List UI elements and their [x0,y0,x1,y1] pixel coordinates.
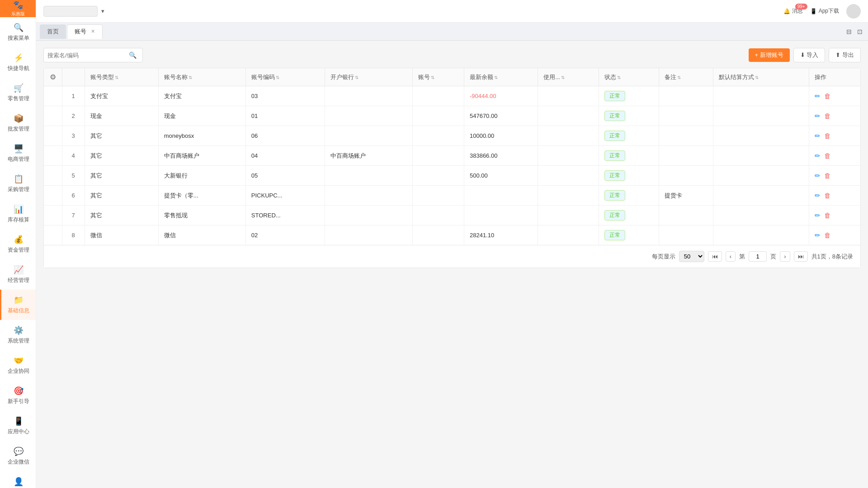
row-usage [538,166,599,186]
row-default-settle [713,225,809,245]
sidebar-item-inventory[interactable]: 📊库存核算 [0,199,36,229]
delete-button[interactable]: 🗑 [824,211,831,219]
row-settings [44,166,62,186]
sidebar-label-quick-nav: 快捷导航 [8,65,29,72]
sidebar-item-sys-mgmt[interactable]: ⚙️系统管理 [0,320,36,350]
edit-button[interactable]: ✏ [815,112,821,120]
sort-usage-icon[interactable]: ⇅ [561,75,565,80]
sort-code-icon[interactable]: ⇅ [276,75,279,80]
sidebar-item-ecommerce-mgmt[interactable]: 🖥️电商管理 [0,138,36,169]
delete-button[interactable]: 🗑 [824,112,831,120]
row-balance: 383866.00 [464,146,538,166]
page-input[interactable] [749,251,767,262]
edit-button[interactable]: ✏ [815,231,821,239]
sort-remark-icon[interactable]: ⇅ [677,75,681,80]
row-code: 01 [245,106,325,126]
row-status: 正常 [599,146,659,166]
row-balance: 28241.10 [464,225,538,245]
edit-button[interactable]: ✏ [815,152,821,160]
sort-settle-icon[interactable]: ⇅ [755,75,759,80]
edit-button[interactable]: ✏ [815,192,821,200]
column-settings-icon[interactable]: ⚙ [50,73,56,81]
delete-button[interactable]: 🗑 [824,132,831,140]
prev-page-button[interactable]: ‹ [726,251,736,262]
delete-button[interactable]: 🗑 [824,231,831,239]
sidebar-label-sys-mgmt: 系统管理 [8,337,29,345]
delete-button[interactable]: 🗑 [824,152,831,160]
delete-button[interactable]: 🗑 [824,192,831,199]
th-code: 账号编码⇅ [245,68,325,86]
sidebar-item-app-center[interactable]: 📱应用中心 [0,411,36,441]
row-account-no [412,225,464,245]
edit-button[interactable]: ✏ [815,92,821,100]
row-default-settle [713,106,809,126]
row-num: 8 [62,225,85,245]
sidebar-item-new-guide[interactable]: 🎯新手引导 [0,380,36,411]
th-num [62,68,85,86]
sort-accountno-icon[interactable]: ⇅ [431,75,434,80]
sidebar-icon-corp-wechat: 💬 [14,446,24,456]
add-account-button[interactable]: + 新增账号 [749,48,790,62]
tab-minimize-button[interactable]: ⊟ [844,26,854,37]
next-page-button[interactable]: › [780,251,790,262]
page-size-select[interactable]: 50 20 100 [679,251,704,262]
delete-button[interactable]: 🗑 [824,92,831,100]
tab-account[interactable]: 账号✕ [67,24,103,39]
app-download-button[interactable]: 📱 App下载 [810,7,839,15]
sidebar-item-ops-mgmt[interactable]: 📈经营管理 [0,259,36,290]
row-status: 正常 [599,126,659,146]
sidebar-item-retail-mgmt[interactable]: 🛒零售管理 [0,78,36,108]
row-num: 6 [62,186,85,206]
sidebar-label-basic-info: 基础信息 [8,307,29,314]
status-badge: 正常 [604,170,625,181]
tab-maximize-button[interactable]: ⊡ [855,26,864,37]
top-search-input[interactable] [43,6,98,17]
row-type: 其它 [85,126,158,146]
export-button[interactable]: ⬆ 导出 [829,48,861,62]
avatar[interactable] [846,4,861,19]
status-badge: 正常 [604,190,625,201]
sort-balance-icon[interactable]: ⇅ [494,75,498,80]
row-code: 06 [245,126,325,146]
sort-type-icon[interactable]: ⇅ [115,75,118,80]
row-account-no [412,106,464,126]
tab-close-account[interactable]: ✕ [91,28,95,34]
row-account-no [412,146,464,166]
message-button[interactable]: 🔔 消息 99+ [783,7,803,15]
edit-button[interactable]: ✏ [815,132,821,140]
sidebar-nav: 🔍搜索菜单⚡快捷导航🛒零售管理📦批发管理🖥️电商管理📋采购管理📊库存核算💰资金管… [0,17,36,488]
delete-button[interactable]: 🗑 [824,172,831,179]
pagination: 每页显示 50 20 100 ⏮ ‹ 第 页 › ⏭ 共1页，8条记录 [44,245,860,267]
th-usage: 使用...⇅ [538,68,599,86]
dropdown-icon[interactable]: ▾ [101,8,104,14]
import-button[interactable]: ⬇ 导入 [793,48,826,62]
tab-home[interactable]: 首页 [40,24,66,39]
status-badge: 正常 [604,131,625,141]
last-page-button[interactable]: ⏭ [794,251,808,262]
first-page-button[interactable]: ⏮ [708,251,722,262]
sidebar-item-company-agree[interactable]: 🤝企业协同 [0,350,36,380]
row-settings [44,106,62,126]
sidebar-item-quick-nav[interactable]: ⚡快捷导航 [0,47,36,78]
sidebar-item-search-menu[interactable]: 🔍搜索菜单 [0,17,36,47]
action-btns: ✏ 🗑 [815,92,855,100]
row-remark [659,146,713,166]
edit-button[interactable]: ✏ [815,211,821,220]
logo-icon: 🐾 [13,0,23,10]
sidebar-item-finance-mgmt[interactable]: 💰资金管理 [0,229,36,259]
per-page-label: 每页显示 [652,253,675,261]
sort-bank-icon[interactable]: ⇅ [355,75,359,80]
row-bank [325,225,412,245]
sidebar-item-wholesale-mgmt[interactable]: 📦批发管理 [0,108,36,138]
search-icon[interactable]: 🔍 [129,52,137,59]
sidebar-item-corp-wechat[interactable]: 💬企业微信 [0,441,36,471]
search-input[interactable] [47,52,129,59]
sort-name-icon[interactable]: ⇅ [189,75,192,80]
sidebar-item-member[interactable]: 👤畅会员 [0,471,36,488]
row-usage [538,146,599,166]
sidebar-item-basic-info[interactable]: 📁基础信息 [0,290,36,320]
edit-button[interactable]: ✏ [815,172,821,180]
sort-status-icon[interactable]: ⇅ [617,75,621,80]
sidebar: 🐾 乐惠版 🔍搜索菜单⚡快捷导航🛒零售管理📦批发管理🖥️电商管理📋采购管理📊库存… [0,0,36,488]
sidebar-item-purchase-mgmt[interactable]: 📋采购管理 [0,169,36,199]
